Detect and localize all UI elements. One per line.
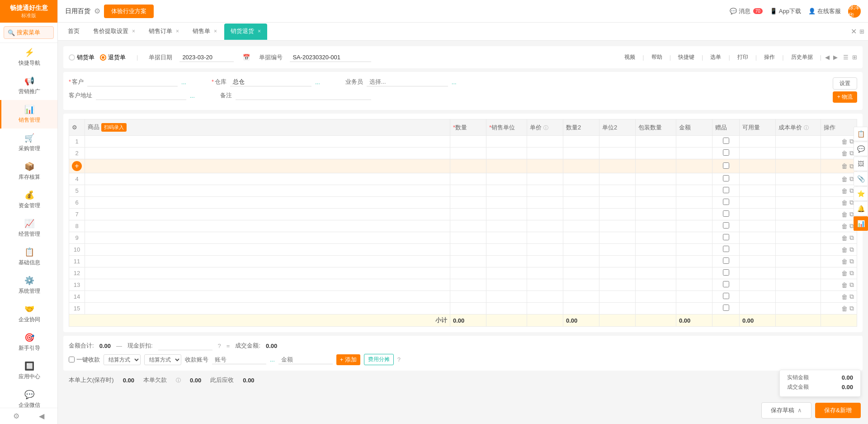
tab-sales-return[interactable]: 销货退货 ×: [224, 24, 267, 40]
available-cell-9[interactable]: [740, 232, 776, 244]
available-cell-3[interactable]: [740, 159, 776, 173]
close-sales-order-tab[interactable]: ×: [176, 28, 179, 34]
cost-price-cell-4[interactable]: [776, 173, 821, 185]
address-input[interactable]: [96, 91, 186, 100]
gift-cell-2[interactable]: [712, 148, 740, 159]
unit-price-cell-12[interactable]: [527, 267, 563, 279]
question-icon[interactable]: ?: [218, 343, 221, 349]
pack-qty-cell-15[interactable]: [636, 303, 676, 314]
gift-cell-7[interactable]: [712, 209, 740, 220]
shortcut-btn[interactable]: 快捷键: [675, 52, 698, 63]
delete-row-4[interactable]: 🗑: [841, 176, 848, 183]
delete-row-3[interactable]: 🗑: [841, 162, 848, 170]
qty-cell-14[interactable]: [450, 291, 486, 303]
amount-cell-13[interactable]: [676, 279, 712, 291]
delete-row-10[interactable]: 🗑: [841, 246, 848, 253]
gift-cell-8[interactable]: [712, 220, 740, 232]
copy-row-11[interactable]: ⧉: [849, 257, 854, 265]
cost-price-cell-2[interactable]: [776, 148, 821, 159]
delete-row-9[interactable]: 🗑: [841, 234, 848, 242]
unit-price-cell-6[interactable]: [527, 197, 563, 209]
sidebar-item-inventory[interactable]: 📦 库存核算: [0, 157, 57, 186]
pack-qty-cell-7[interactable]: [636, 209, 676, 220]
unit2-cell-11[interactable]: [599, 256, 636, 267]
select-btn[interactable]: 选单: [707, 52, 725, 63]
copy-row-15[interactable]: ⧉: [849, 305, 854, 312]
qty2-cell-1[interactable]: [563, 136, 599, 148]
cost-price-cell-12[interactable]: [776, 267, 821, 279]
product-cell-15[interactable]: [85, 303, 450, 314]
pack-qty-cell-13[interactable]: [636, 279, 676, 291]
qty2-cell-12[interactable]: [563, 267, 599, 279]
product-cell-8[interactable]: [85, 220, 450, 232]
pack-qty-cell-8[interactable]: [636, 220, 676, 232]
delete-row-2[interactable]: 🗑: [841, 150, 848, 157]
sales-type-radio[interactable]: 销货单: [69, 53, 94, 62]
product-input-3[interactable]: [88, 163, 447, 170]
maximize-tab-btn[interactable]: ⊞: [859, 28, 864, 35]
gift-cell-14[interactable]: [712, 291, 740, 303]
cost-price-cell-3[interactable]: [776, 159, 821, 173]
unit-price-cell-15[interactable]: [527, 303, 563, 314]
sales-unit-cell-7[interactable]: [486, 209, 527, 220]
gift-cell-13[interactable]: [712, 279, 740, 291]
product-cell-3[interactable]: [85, 159, 450, 173]
float-comment-btn[interactable]: 💬: [854, 142, 868, 156]
cash-discount-input[interactable]: [158, 341, 212, 350]
gift-cell-10[interactable]: [712, 244, 740, 256]
qty-cell-2[interactable]: [450, 148, 486, 159]
pack-qty-cell-4[interactable]: [636, 173, 676, 185]
copy-row-14[interactable]: ⧉: [849, 293, 854, 300]
qty-cell-4[interactable]: [450, 173, 486, 185]
pack-qty-cell-11[interactable]: [636, 256, 676, 267]
pack-qty-cell-9[interactable]: [636, 232, 676, 244]
add-row-btn-cell[interactable]: +: [69, 159, 85, 173]
amount-input[interactable]: [278, 355, 333, 364]
fee-question-icon[interactable]: ?: [397, 356, 401, 363]
gift-checkbox-14[interactable]: [723, 293, 729, 299]
qty2-cell-14[interactable]: [563, 291, 599, 303]
gift-cell-15[interactable]: [712, 303, 740, 314]
pack-qty-cell-12[interactable]: [636, 267, 676, 279]
qty2-cell-9[interactable]: [563, 232, 599, 244]
warehouse-select-btn[interactable]: ...: [315, 79, 320, 86]
sidebar-item-sales[interactable]: 📊 销售管理: [0, 100, 57, 129]
grid-view-icon[interactable]: ⊞: [852, 54, 857, 61]
sales-unit-cell-10[interactable]: [486, 244, 527, 256]
unit2-cell-12[interactable]: [599, 267, 636, 279]
product-cell-4[interactable]: [85, 173, 450, 185]
cost-price-cell-6[interactable]: [776, 197, 821, 209]
unit2-cell-2[interactable]: [599, 148, 636, 159]
cost-price-cell-7[interactable]: [776, 209, 821, 220]
price-info-icon[interactable]: ⓘ: [543, 125, 548, 130]
gift-cell-9[interactable]: [712, 232, 740, 244]
fee-split-btn[interactable]: 费用分摊: [364, 354, 394, 365]
trial-plan-button[interactable]: 体验行业方案: [104, 5, 154, 18]
unit-price-cell-3[interactable]: [527, 159, 563, 173]
close-sales-return-tab[interactable]: ×: [258, 28, 261, 34]
unit-price-cell-2[interactable]: [527, 148, 563, 159]
app-download-btn[interactable]: 📱 App下载: [770, 7, 801, 15]
one-click-collect-label[interactable]: 一键收款: [69, 356, 100, 364]
qty2-cell-3[interactable]: [563, 159, 599, 173]
sidebar-settings-btn[interactable]: ⚙: [13, 412, 19, 420]
gift-cell-12[interactable]: [712, 267, 740, 279]
delete-row-5[interactable]: 🗑: [841, 187, 848, 195]
tab-price-extract[interactable]: 售价提取设置 ×: [87, 24, 142, 40]
sales-unit-cell-9[interactable]: [486, 232, 527, 244]
amount-cell-2[interactable]: [676, 148, 712, 159]
unit2-cell-14[interactable]: [599, 291, 636, 303]
float-notes-btn[interactable]: 📋: [854, 127, 868, 141]
qty2-cell-2[interactable]: [563, 148, 599, 159]
unit2-cell-8[interactable]: [599, 220, 636, 232]
unit-price-cell-8[interactable]: [527, 220, 563, 232]
user-area[interactable]: 徐泽华: [848, 5, 861, 18]
qty2-cell-5[interactable]: [563, 185, 599, 197]
available-cell-5[interactable]: [740, 185, 776, 197]
delete-row-7[interactable]: 🗑: [841, 211, 848, 218]
amount-cell-3[interactable]: [676, 159, 712, 173]
sales-unit-cell-2[interactable]: [486, 148, 527, 159]
cost-price-cell-15[interactable]: [776, 303, 821, 314]
cost-price-cell-1[interactable]: [776, 136, 821, 148]
unit2-cell-15[interactable]: [599, 303, 636, 314]
